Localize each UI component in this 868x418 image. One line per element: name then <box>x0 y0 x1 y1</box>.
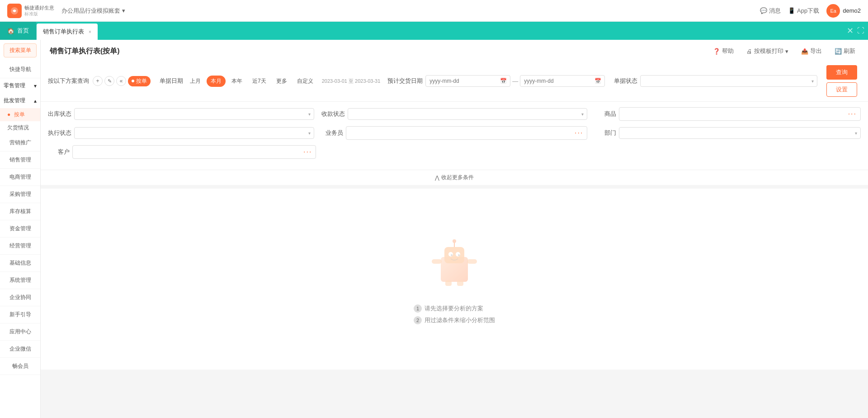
order-status-select[interactable] <box>640 75 817 87</box>
main-layout: 搜索菜单 快捷导航 零售管理 ▾ 批发管理 ▴ ● 按单 欠货情况 营销推广 销… <box>0 40 868 418</box>
user-profile[interactable]: Ea demo2 <box>826 4 861 18</box>
svg-rect-11 <box>445 280 452 286</box>
calendar-start-icon: 📅 <box>500 78 507 84</box>
shortcut-last-month[interactable]: 上月 <box>186 76 205 87</box>
tab-home[interactable]: 🏠 首页 <box>0 22 37 40</box>
edit-scheme-btn[interactable]: ✎ <box>104 76 114 86</box>
svg-rect-12 <box>457 280 463 286</box>
empty-state: 1 请先选择要分析的方案 2 用过滤条件来缩小分析范围 <box>41 189 868 370</box>
sidebar-sub-item-按单[interactable]: ● 按单 <box>0 108 40 121</box>
add-scheme-btn[interactable]: + <box>93 76 103 86</box>
sidebar-group-retail: 零售管理 ▾ <box>0 78 40 93</box>
export-icon: 📤 <box>801 48 808 55</box>
sidebar-item-库存核算[interactable]: 库存核算 <box>0 203 40 220</box>
goods-dots[interactable]: ··· <box>848 110 857 118</box>
receipt-status-select-wrapper <box>348 108 588 120</box>
empty-tips: 1 请先选择要分析的方案 2 用过滤条件来缩小分析范围 <box>414 304 495 324</box>
maximize-window-icon[interactable]: ⛶ <box>857 27 864 35</box>
svg-point-3 <box>448 252 453 256</box>
sidebar-item-新手引导[interactable]: 新手引导 <box>0 306 40 323</box>
goods-cell: 商品 ··· <box>594 107 861 121</box>
filter-row-2: 执行状态 业务员 ··· <box>48 126 861 140</box>
svg-rect-7 <box>432 259 442 264</box>
search-menu-btn[interactable]: 搜索菜单 <box>4 43 37 57</box>
customer-dots[interactable]: ··· <box>303 148 312 156</box>
empty-tip-2: 2 用过滤条件来缩小分析范围 <box>414 316 495 324</box>
dept-select[interactable] <box>619 127 861 139</box>
collapse-scheme-btn[interactable]: « <box>116 76 126 86</box>
out-status-select-wrapper <box>74 108 314 120</box>
expected-date-end[interactable] <box>520 75 605 87</box>
svg-point-5 <box>451 254 453 256</box>
sidebar-item-基础信息[interactable]: 基础信息 <box>0 255 40 272</box>
shortcut-this-month[interactable]: 本月 <box>207 76 226 87</box>
sidebar-item-营销推广[interactable]: 营销推广 <box>0 134 40 152</box>
help-btn[interactable]: ❓ 帮助 <box>709 45 737 57</box>
exec-status-cell: 执行状态 <box>48 127 314 139</box>
sidebar-group-wholesale-header[interactable]: 批发管理 ▴ <box>0 93 40 108</box>
help-icon: ❓ <box>713 48 720 55</box>
close-window-icon[interactable]: ✕ <box>847 26 854 36</box>
circle-icon: ● <box>7 111 10 118</box>
chevron-down-icon: ▾ <box>122 7 125 14</box>
collapse-more-btn[interactable]: ⋀ 收起更多条件 <box>41 170 868 185</box>
shortcut-custom[interactable]: 自定义 <box>293 76 317 87</box>
shortcut-7days[interactable]: 近7天 <box>248 76 270 87</box>
customer-input-area[interactable]: ··· <box>72 145 316 159</box>
shortcut-this-year[interactable]: 本年 <box>227 76 246 87</box>
date-range-text: 2023-03-01 至 2023-03-31 <box>322 78 381 85</box>
download-icon: 📱 <box>788 7 795 14</box>
sidebar-item-企业微信[interactable]: 企业微信 <box>0 341 40 358</box>
sidebar-item-电商管理[interactable]: 电商管理 <box>0 169 40 186</box>
dept-select-wrapper <box>619 127 861 139</box>
export-btn[interactable]: 📤 导出 <box>797 45 826 57</box>
collapse-up-icon: ⋀ <box>435 175 439 181</box>
exec-status-select[interactable] <box>74 127 314 139</box>
sidebar-item-采购管理[interactable]: 采购管理 <box>0 186 40 203</box>
svg-point-4 <box>456 252 460 256</box>
sidebar-item-应用中心[interactable]: 应用中心 <box>0 323 40 341</box>
message-icon: 💬 <box>760 7 767 14</box>
svg-point-6 <box>458 254 460 256</box>
sidebar-group-retail-header[interactable]: 零售管理 ▾ <box>0 78 40 93</box>
app-download-btn[interactable]: 📱 App下载 <box>788 7 819 15</box>
sidebar-item-畅会员[interactable]: 畅会员 <box>0 358 40 375</box>
app-selector[interactable]: 办公用品行业模拟账套 ▾ <box>58 5 129 17</box>
query-btn-area: 查询 设置 <box>823 65 861 97</box>
goods-input-area[interactable]: ··· <box>619 107 861 121</box>
date-separator: — <box>512 78 518 85</box>
sidebar-sub-item-欠货[interactable]: 欠货情况 <box>0 121 40 134</box>
date-label: 单据日期 <box>158 77 183 85</box>
receipt-status-select[interactable] <box>348 108 588 120</box>
dept-cell: 部门 <box>594 127 861 139</box>
sidebar-item-quick-nav[interactable]: 快捷导航 <box>0 61 40 78</box>
sidebar-item-经营管理[interactable]: 经营管理 <box>0 238 40 255</box>
out-status-select[interactable] <box>74 108 314 120</box>
sidebar-item-企业协同[interactable]: 企业协同 <box>0 289 40 306</box>
nav-tabs: 🏠 首页 销售订单执行表 × ✕ ⛶ <box>0 22 868 40</box>
avatar: Ea <box>826 4 840 18</box>
sidebar-item-系统管理[interactable]: 系统管理 <box>0 272 40 289</box>
expected-date-group: 预计交货日期 📅 — 📅 <box>387 75 605 87</box>
settings-btn[interactable]: 设置 <box>826 82 857 97</box>
salesperson-input-area[interactable]: ··· <box>346 126 588 140</box>
query-btn[interactable]: 查询 <box>826 65 857 80</box>
date-shortcut-group: 上月 本月 本年 近7天 更多 自定义 <box>186 76 317 87</box>
content-area: 销售订单执行表(按单) ❓ 帮助 🖨 按模板打印 ▾ 📤 导出 🔄 刷新 <box>41 40 868 418</box>
message-btn[interactable]: 💬 消息 <box>760 7 781 15</box>
shortcut-more[interactable]: 更多 <box>272 76 291 87</box>
salesperson-dots[interactable]: ··· <box>575 129 583 137</box>
sidebar-item-资金管理[interactable]: 资金管理 <box>0 220 40 238</box>
salesperson-label: 业务员 <box>321 129 343 137</box>
expected-date-start[interactable] <box>425 75 510 87</box>
tab-close-icon[interactable]: × <box>89 29 91 34</box>
active-scheme-tag[interactable]: 按单 <box>128 76 151 86</box>
filter-body: 出库状态 收款状态 <box>41 102 868 170</box>
expected-date-range: 📅 — 📅 <box>425 75 605 87</box>
tab-active[interactable]: 销售订单执行表 × <box>37 24 98 40</box>
home-icon: 🏠 <box>7 28 14 34</box>
print-chevron-icon: ▾ <box>785 48 788 55</box>
refresh-btn[interactable]: 🔄 刷新 <box>831 45 859 57</box>
sidebar-item-销售管理[interactable]: 销售管理 <box>0 152 40 169</box>
print-template-btn[interactable]: 🖨 按模板打印 ▾ <box>743 45 792 57</box>
